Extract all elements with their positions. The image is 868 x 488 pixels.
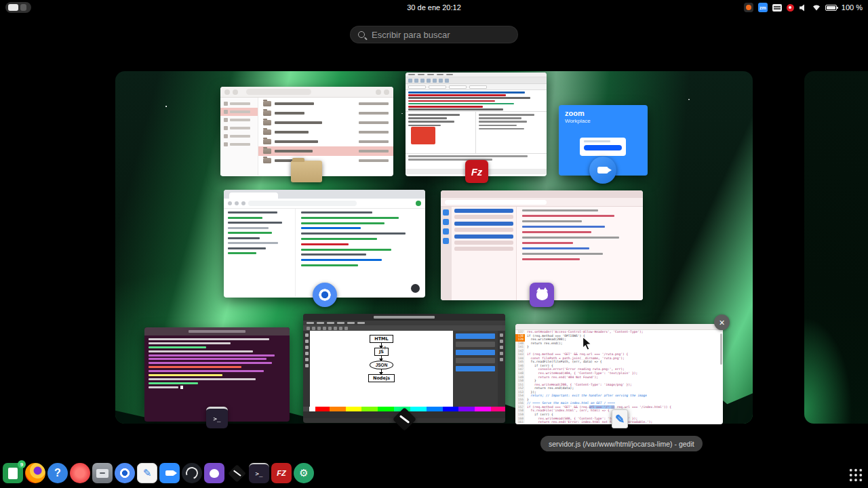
terminal-line: [149, 346, 206, 348]
recording-indicator-icon: [787, 4, 794, 12]
files-headerbar: [220, 87, 393, 98]
search-bar[interactable]: [350, 26, 518, 43]
clock[interactable]: 30 de ene 20:12: [0, 0, 868, 15]
window-titlebar: [441, 190, 643, 198]
diagram-node-nodejs: Nodejs: [368, 374, 395, 382]
arrow-connector: [381, 356, 382, 361]
octocat-icon: [210, 469, 219, 478]
dock-item-obs-studio[interactable]: [182, 463, 202, 483]
tool-rail: [303, 331, 310, 407]
folder-icon: [263, 148, 271, 154]
terminal-line: [149, 370, 264, 372]
gear-icon: ⚙: [299, 467, 308, 479]
file-tree-pane: [224, 209, 296, 297]
filezilla-message-log: [406, 90, 547, 112]
zoom-product-name: Workplace: [565, 118, 591, 124]
sidebar-item: [220, 124, 258, 132]
clock-text: 30 de ene 20:12: [407, 3, 461, 12]
terminal-line: [149, 342, 231, 344]
terminal-prompt: [149, 386, 285, 390]
terminal-line: [149, 378, 256, 380]
inkscape-diamond-icon: [392, 407, 416, 430]
dock-item-firefox[interactable]: [25, 463, 45, 483]
dock-item-media-app[interactable]: [70, 463, 90, 483]
menu-icon: [384, 89, 389, 95]
terminal-line: [149, 358, 267, 360]
notification-badge: 9: [18, 460, 26, 468]
scrollbar[interactable]: [720, 333, 722, 365]
adjacent-workspace[interactable]: [804, 71, 868, 424]
inkscape-diamond-icon: [228, 464, 246, 483]
filezilla-local-pane: [406, 112, 476, 153]
app-indicator-icon: [744, 3, 753, 12]
dock-item-filezilla[interactable]: FZ: [271, 463, 292, 483]
folder-icon: [263, 139, 271, 144]
close-window-button[interactable]: ×: [714, 314, 730, 330]
dock-item-gedit[interactable]: ✎: [137, 463, 157, 483]
terminal-line: [149, 354, 275, 357]
show-apps-button[interactable]: [848, 468, 863, 483]
camera-icon: [597, 167, 608, 174]
terminal-cursor: [180, 386, 183, 389]
sidebar-item: [220, 132, 258, 140]
folder-icon: [263, 120, 271, 125]
filezilla-app-icon: Fz: [465, 160, 488, 183]
diagram-node-json: JSON: [370, 361, 394, 369]
terminal-line: [149, 366, 241, 368]
dock-item-terminal[interactable]: >_: [249, 463, 269, 483]
code-text: return; // Important: exit the handler a…: [525, 394, 647, 398]
list-pane: [452, 207, 517, 300]
system-status-area[interactable]: zm 100 %: [744, 0, 863, 15]
dock-item-help[interactable]: ?: [47, 463, 68, 483]
url-bar: [248, 201, 357, 206]
terminal-app-icon: >_: [206, 407, 228, 428]
dock-item-settings[interactable]: ⚙: [294, 463, 314, 483]
document-icon: [8, 468, 18, 479]
terminal-output: [144, 336, 290, 393]
sidebar-item: [220, 100, 258, 108]
filezilla-quickconnect: [406, 84, 547, 90]
folder-icon: [263, 129, 271, 135]
search-input[interactable]: [370, 29, 510, 41]
browser-toolbar: [441, 198, 643, 207]
search-icon: [376, 89, 381, 95]
diagram-node-html: HTML: [370, 335, 393, 343]
reload-icon: [241, 201, 245, 205]
inkscape-side-panel: [453, 331, 498, 407]
file-row: [258, 127, 393, 137]
dock-item-zoom[interactable]: [159, 463, 180, 483]
filezilla-logo-text: Fz: [471, 166, 483, 178]
folder-icon: [263, 158, 271, 163]
inkscape-toolbar: [303, 325, 505, 331]
icon-rail: [441, 207, 452, 300]
prompt-glyph: >_: [214, 415, 221, 422]
question-icon: ?: [54, 467, 61, 479]
inkscape-menubar: [303, 321, 505, 325]
dock-item-inkscape[interactable]: [226, 463, 247, 483]
search-icon: [358, 31, 365, 38]
terminal-line: [149, 382, 198, 384]
file-row: [258, 99, 393, 108]
keyboard-indicator-icon: [772, 4, 782, 12]
filezilla-logo-text: FZ: [277, 469, 285, 477]
dock-item-files[interactable]: [92, 463, 113, 483]
terminal-line: [149, 338, 269, 340]
dock-item-chromium[interactable]: [115, 463, 135, 483]
snap-rail: [498, 331, 505, 407]
window-chromium[interactable]: [224, 190, 425, 298]
octocat-icon: [536, 289, 548, 300]
file-row: [258, 118, 393, 127]
chromium-app-icon: [313, 283, 337, 307]
nav-back-icon: [224, 89, 230, 95]
filezilla-toolbar: [406, 77, 547, 84]
file-row: [258, 137, 393, 146]
line-number: 161: [515, 420, 525, 424]
battery-percent: 100 %: [842, 3, 863, 12]
dock-item-github-desktop[interactable]: [204, 463, 224, 483]
terminal-line: [149, 374, 222, 376]
dock-item-green-app[interactable]: 9: [3, 463, 23, 483]
files-app-icon: [291, 158, 322, 182]
up-arrow: ↑: [384, 344, 387, 351]
close-icon: ×: [719, 317, 724, 328]
path-bar: [246, 89, 311, 95]
